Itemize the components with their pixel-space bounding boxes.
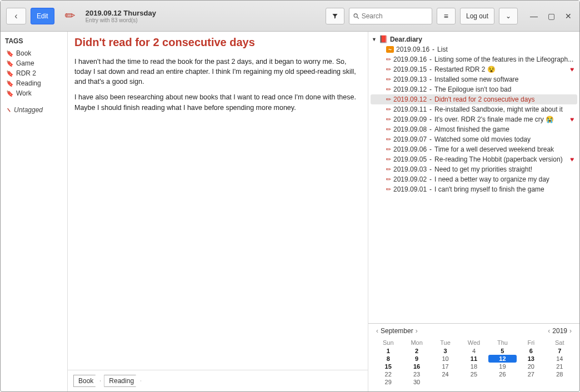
entry-title: Need to get my priorities straight! [434,165,532,173]
calendar-day [459,378,488,386]
logout-button[interactable]: Log out [460,8,494,24]
calendar-dow: Thu [488,338,517,347]
month-next[interactable]: › [413,327,420,335]
calendar-day [517,378,545,386]
calendar-day[interactable]: 29 [374,378,402,386]
tag-item[interactable]: 🔖RDR 2 [5,68,63,78]
calendar-day[interactable]: 20 [517,363,545,370]
untagged-item[interactable]: ⟍ Untagged [5,106,63,114]
calendar-month[interactable]: September [381,327,413,335]
calendar-day[interactable]: 4 [459,347,488,355]
calendar-day[interactable]: 3 [431,347,459,355]
calendar-day[interactable]: 8 [374,355,402,363]
expand-icon: ▼ [372,37,377,42]
tag-label: Reading [16,79,41,87]
calendar-day[interactable]: 30 [402,378,431,386]
pencil-icon: ✎ [384,55,393,64]
entry-row[interactable]: ✎ 2019.09.15 - Restarted RDR 2 😵♥ [371,64,577,74]
calendar-day[interactable]: 19 [488,363,517,370]
entry-row[interactable]: ✎ 2019.09.02 - I need a better way to or… [371,174,577,184]
entry-row[interactable]: ✎ 2019.09.12 - Didn't read for 2 consecu… [371,94,577,104]
tag-item[interactable]: 🔖Game [5,58,63,68]
entry-date: 2019.09.07 [393,135,427,143]
calendar-dow: Fri [517,338,545,347]
pencil-icon: ✎ [59,5,81,27]
entry-row[interactable]: ✎ 2019.09.16 - Listing some of the featu… [371,54,577,64]
entry-row[interactable]: ✎ 2019.09.09 - It's over. RDR 2's finale… [371,114,577,124]
calendar-day[interactable]: 16 [402,363,431,370]
pencil-icon: ✎ [384,105,393,114]
year-prev[interactable]: ‹ [546,327,552,335]
calendar-day[interactable]: 17 [431,363,459,370]
calendar-day[interactable]: 24 [431,370,459,378]
calendar-grid: SunMonTueWedThuFriSat 123456789101112131… [374,338,574,386]
entry-row[interactable]: ✎ 2019.09.01 - I can't bring myself to f… [371,184,577,194]
editor-pane: Didn't read for 2 consecutive days I hav… [67,32,368,391]
calendar-year[interactable]: 2019 [552,327,567,335]
calendar-day[interactable]: 14 [546,355,574,363]
month-prev[interactable]: ‹ [374,327,381,335]
calendar-header: ‹ September › ‹ 2019 › [374,327,574,335]
untagged-icon: ⟍ [5,106,12,114]
entry-row[interactable]: ~ 2019.09.16 - List [371,44,577,54]
calendar-day[interactable]: 25 [459,370,488,378]
calendar-day[interactable]: 22 [374,370,402,378]
calendar-day[interactable]: 9 [402,355,431,363]
tag-item[interactable]: 🔖Reading [5,78,63,88]
year-next[interactable]: › [567,327,574,335]
calendar-day[interactable]: 5 [488,347,517,355]
calendar-day[interactable]: 6 [517,347,545,355]
calendar-day[interactable]: 2 [402,347,431,355]
entry-row[interactable]: ✎ 2019.09.08 - Almost finished the game [371,124,577,134]
entry-title: Restarted RDR 2 😵 [434,66,496,73]
calendar-day[interactable]: 10 [431,355,459,363]
edit-button[interactable]: Edit [31,8,54,24]
entry-row[interactable]: ✎ 2019.09.13 - Installed some new softwa… [371,74,577,84]
tag-chip[interactable]: Reading [104,375,141,387]
entry-row[interactable]: ✎ 2019.09.11 - Re-installed Sandboxie, m… [371,104,577,114]
calendar-day[interactable]: 18 [459,363,488,370]
maximize-button[interactable]: ▢ [548,12,555,21]
entry-heading: Didn't read for 2 consecutive days [74,36,361,49]
calendar-day[interactable]: 12 [488,355,517,363]
calendar-day[interactable]: 7 [546,347,574,355]
calendar-day[interactable]: 26 [488,370,517,378]
untagged-label: Untagged [14,106,43,114]
tag-chip[interactable]: Book [73,375,101,387]
pencil-icon: ✎ [384,135,393,144]
entry-row[interactable]: ✎ 2019.09.06 - Time for a well deserved … [371,144,577,154]
search-input[interactable] [362,12,428,20]
entry-title: The Epilogue isn't too bad [434,86,511,93]
tag-item[interactable]: 🔖Book [5,48,63,58]
search-box[interactable] [349,8,432,24]
close-button[interactable]: ✕ [565,12,572,21]
entry-title: I need a better way to organize my day [434,175,549,183]
filter-button[interactable] [326,8,344,24]
editor-body[interactable]: Didn't read for 2 consecutive days I hav… [68,32,368,370]
minimize-button[interactable]: — [530,12,538,21]
entry-row[interactable]: ✎ 2019.09.05 - Re-reading The Hobbit (pa… [371,154,577,164]
entry-list[interactable]: ▼ 📕 Dear.diary ~ 2019.09.16 - List✎ 2019… [368,32,579,323]
tag-item[interactable]: 🔖Work [5,88,63,98]
calendar-day[interactable]: 28 [546,370,574,378]
back-button[interactable]: ‹ [6,8,26,24]
logout-dropdown[interactable]: ⌄ [499,8,518,24]
entry-title-block: 2019.09.12 Thursday Entry with 83 word(s… [86,9,156,23]
calendar-day[interactable]: 11 [459,355,488,363]
right-pane: ▼ 📕 Dear.diary ~ 2019.09.16 - List✎ 2019… [368,32,579,391]
calendar-day[interactable]: 27 [517,370,545,378]
calendar-day[interactable]: 13 [517,355,545,363]
calendar-day[interactable]: 1 [374,347,402,355]
calendar-day[interactable]: 15 [374,363,402,370]
calendar-day[interactable]: 23 [402,370,431,378]
calendar-dow: Mon [402,338,431,347]
menu-button[interactable]: ≡ [437,8,456,24]
entry-date: 2019.09.16 [396,46,429,53]
diary-header[interactable]: ▼ 📕 Dear.diary [371,34,577,44]
calendar-day[interactable]: 21 [546,363,574,370]
calendar: ‹ September › ‹ 2019 › SunMonTueWedThuFr… [368,323,579,391]
entry-paragraph: I haven't had the time to read the book … [74,57,361,87]
entry-row[interactable]: ✎ 2019.09.07 - Watched some old movies t… [371,134,577,144]
entry-row[interactable]: ✎ 2019.09.03 - Need to get my priorities… [371,164,577,174]
entry-row[interactable]: ✎ 2019.09.12 - The Epilogue isn't too ba… [371,84,577,94]
